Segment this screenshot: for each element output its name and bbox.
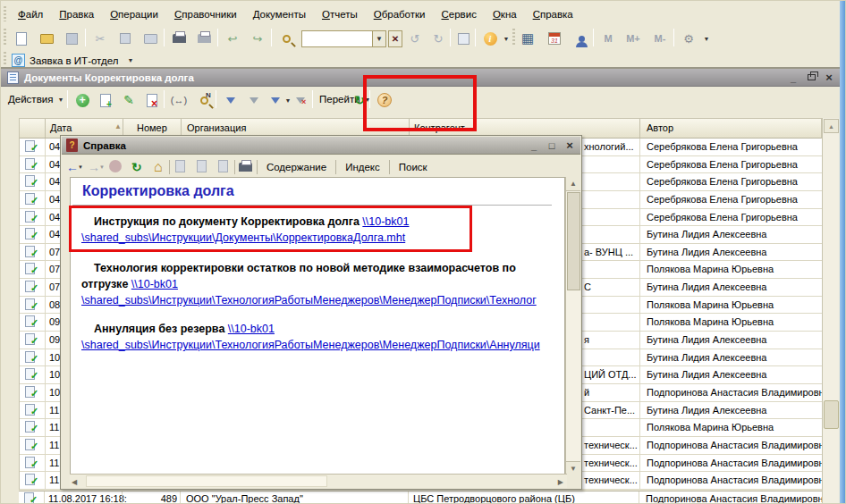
menu-item[interactable]: Отчеты [314, 4, 366, 24]
history-forward-icon[interactable]: ↻ [428, 29, 448, 48]
header-author[interactable]: Автор [647, 122, 673, 133]
next-topic-icon[interactable] [213, 160, 234, 175]
help-tab-search[interactable]: Поиск [390, 162, 436, 172]
cell-number: 489 [122, 493, 177, 504]
help-hscrollbar[interactable]: ◀ ▶ [70, 474, 567, 488]
section-link-server[interactable]: \\10-bk01 [131, 278, 178, 290]
search-icon[interactable] [276, 29, 296, 48]
header-org[interactable]: Организация [187, 122, 246, 133]
cut-icon[interactable]: ✂ [90, 29, 110, 48]
plus-icon: + [76, 94, 89, 107]
paste-icon[interactable] [140, 29, 160, 48]
find-by-number-button[interactable]: N [194, 90, 214, 110]
annotation-box-help-button [363, 75, 477, 131]
cell-org: ООО "Урал-Пресс Запад" [186, 493, 303, 504]
header-number[interactable]: Номер [137, 122, 167, 133]
menu-item[interactable]: Справочники [166, 4, 245, 24]
search-doc-icon[interactable] [170, 160, 191, 175]
section-link-path[interactable]: \shared_subs\Инструкции\ТехнологияРаботы… [81, 337, 557, 353]
user-permissions-icon[interactable] [571, 29, 591, 48]
open-button[interactable] [37, 29, 56, 48]
scrollbar-thumb[interactable] [567, 192, 580, 290]
print-button[interactable] [169, 29, 189, 48]
tab-dropdown-icon[interactable]: ▼ [127, 57, 133, 63]
filter-clear-button[interactable]: × [291, 90, 310, 110]
actions-button[interactable]: Действия ▼ [8, 89, 63, 109]
filter-by-value-button[interactable] [244, 90, 264, 110]
home-icon[interactable]: ⌂ [148, 159, 169, 175]
column-fit-button[interactable]: (↔) [169, 90, 189, 110]
print-preview-button[interactable] [194, 29, 214, 48]
toolbar-grip [4, 29, 6, 46]
refresh-icon[interactable]: ↻ [126, 160, 148, 174]
copy-icon[interactable] [115, 29, 135, 48]
help-tab-index[interactable]: Индекс [336, 162, 389, 172]
calculator-icon[interactable]: ▦ [518, 29, 537, 48]
menu-item[interactable]: Операции [102, 4, 166, 24]
undo-button[interactable]: ↩ [223, 29, 242, 48]
memory-add-button[interactable]: M+ [623, 29, 643, 48]
section-title: Аннуляция без резерва [94, 323, 224, 335]
menu-item[interactable]: Сервис [434, 4, 485, 24]
help-maximize-button[interactable]: □ [545, 139, 559, 152]
cell-author: Бутина Лидия Алексеевна [639, 369, 822, 380]
settings-dropdown[interactable]: ▼ [697, 29, 716, 48]
memory-subtract-button[interactable]: M- [650, 29, 670, 48]
help-close-button[interactable]: × [563, 139, 577, 152]
at-icon: @ [12, 54, 25, 67]
doc-check-icon: ✓ [23, 404, 41, 417]
search-input[interactable] [301, 30, 373, 47]
menu-item[interactable]: Правка [51, 4, 102, 24]
combo-dropdown-button[interactable]: ▼ [372, 30, 386, 47]
separator [216, 90, 216, 108]
scroll-down-icon[interactable]: ▼ [566, 461, 580, 475]
prev-topic-icon[interactable] [191, 160, 213, 175]
help-titlebar[interactable]: ? Справка _ □ × [62, 137, 580, 155]
help-minimize-button[interactable]: _ [527, 139, 541, 152]
copy-pages-icon[interactable] [453, 29, 473, 48]
separator [312, 90, 313, 108]
section-link-server[interactable]: \\10-bk01 [228, 323, 275, 335]
menu-item[interactable]: Файл [10, 4, 51, 24]
restore-button[interactable] [804, 71, 818, 84]
save-button[interactable] [62, 29, 81, 48]
annotation-box-instruction [69, 206, 472, 252]
redo-button[interactable]: ↪ [248, 29, 267, 48]
scroll-up-icon[interactable]: ▲ [824, 119, 839, 133]
combo-clear-button[interactable]: ✕ [388, 30, 402, 47]
header-date[interactable]: Дата [50, 122, 72, 133]
scrollbar-thumb[interactable] [86, 475, 327, 487]
desktop-edge-strip [840, 1, 845, 504]
table-row-bottom[interactable]: ✓ 11.08.2017 16:18: 489 ООО "Урал-Пресс … [19, 491, 822, 504]
scroll-left-icon[interactable]: ◀ [72, 475, 77, 489]
menu-item[interactable]: Справка [525, 4, 581, 24]
help-tab-contents[interactable]: Содержание [258, 162, 335, 172]
table-scrollbar[interactable]: ▲ [822, 118, 839, 504]
help-vscrollbar[interactable]: ▲ ▼ [565, 177, 580, 475]
delete-button[interactable]: × [142, 90, 162, 110]
cell-author: Полякова Марина Юрьевна [639, 299, 822, 310]
help-window[interactable]: ? Справка _ □ × ← ▼ → ▼ ↻ ⌂ Содержание И… [60, 135, 582, 490]
menu-item[interactable]: Окна [485, 4, 525, 24]
copy-item-button[interactable]: + [96, 90, 115, 110]
filter-settings-button[interactable] [221, 90, 241, 110]
stop-icon[interactable] [105, 160, 126, 175]
menu-item[interactable]: Обработки [366, 4, 434, 24]
calendar-icon[interactable]: 31 [545, 29, 564, 48]
scrollbar-thumb[interactable] [824, 400, 839, 429]
print-icon[interactable] [235, 160, 257, 174]
close-button[interactable]: × [822, 71, 836, 84]
cell-author: Бутина Лидия Алексеевна [639, 334, 822, 345]
memory-recall-button[interactable]: M [598, 29, 618, 48]
help-section-technology: Технология корректировки остатков по нов… [81, 260, 557, 308]
scroll-right-icon[interactable]: ▶ [558, 475, 563, 489]
menu-item[interactable]: Документы [245, 4, 314, 24]
new-document-button[interactable] [12, 29, 31, 48]
edit-button[interactable]: ✎ [119, 90, 139, 110]
minimize-button[interactable]: _ [786, 71, 800, 84]
history-back-icon[interactable]: ↺ [405, 29, 425, 48]
add-button[interactable]: + [72, 90, 92, 110]
settings-wrench-icon[interactable]: ⚙ [679, 29, 698, 48]
section-link-path[interactable]: \shared_subs\Инструкции\ТехнологияРаботы… [81, 292, 557, 308]
scroll-up-icon[interactable]: ▲ [566, 177, 580, 191]
